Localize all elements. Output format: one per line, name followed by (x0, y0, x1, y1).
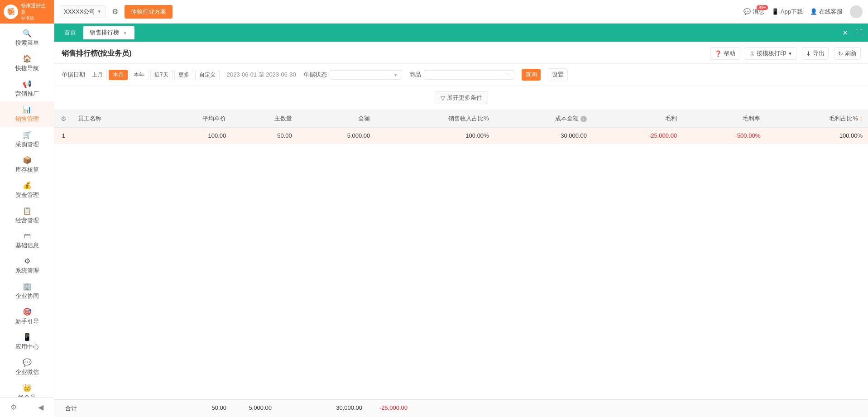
sidebar-collapse-button[interactable]: ◀ (34, 401, 47, 413)
online-service-button[interactable]: 👤 在线客服 (810, 8, 843, 16)
status-filter-item: 单据状态 ▼ (303, 70, 402, 80)
table-settings-icon[interactable]: ⚙ (61, 115, 67, 122)
footer-label: 合计 (60, 404, 141, 412)
sidebar-item-label: 库存核算 (15, 166, 39, 174)
finance-icon: 💰 (23, 181, 32, 190)
expand-conditions-row: ▽ 展开更多条件 (54, 86, 868, 110)
date-range-display: 2023-06-01 至 2023-06-30 (227, 71, 296, 79)
enterprise-icon: 🏢 (23, 282, 32, 291)
refresh-label: 刷新 (845, 49, 857, 58)
export-button[interactable]: ⬇ 导出 (802, 47, 829, 60)
company-selector[interactable]: XXXXX公司 ▼ (60, 5, 106, 18)
main-area: XXXXX公司 ▼ ⚙ 体验行业方案 💬 消息 99+ 📱 App下载 👤 在线… (54, 0, 868, 417)
sidebar-item-app-center[interactable]: 📱 应用中心 (0, 329, 54, 355)
goods-select[interactable]: ··· (424, 70, 514, 80)
settings-icon[interactable]: ⚙ (109, 5, 121, 18)
avatar[interactable] (850, 5, 863, 18)
sidebar-item-operations[interactable]: 📋 经营管理 (0, 203, 54, 228)
sidebar-item-purchase[interactable]: 🛒 采购管理 (0, 127, 54, 152)
template-print-button[interactable]: 🖨 按模板打印 ▼ (745, 47, 796, 60)
sidebar-menu: 🔍 搜索菜单 🏠 快捷导航 📢 营销推广 📊 销售管理 🛒 采购管理 📦 库存核… (0, 24, 54, 397)
gross-pct-sort-icon[interactable]: ↕ (860, 115, 863, 122)
status-select-arrow-icon: ▼ (393, 72, 398, 77)
last7-btn[interactable]: 近7天 (150, 70, 173, 80)
sidebar-item-search[interactable]: 🔍 搜索菜单 (0, 25, 54, 51)
sidebar-item-label: 搜索菜单 (15, 39, 39, 47)
row-sales-pct: 100.00% (375, 128, 494, 144)
chevron-down-icon: ▼ (97, 9, 101, 14)
sales-icon: 📊 (23, 105, 32, 114)
sidebar-item-sales[interactable]: 📊 销售管理 (0, 101, 54, 127)
page-actions: ❓ 帮助 🖨 按模板打印 ▼ ⬇ 导出 ↻ 刷新 (710, 47, 861, 60)
row-name (72, 128, 152, 144)
sidebar-item-basic[interactable]: 🗃 基础信息 (0, 228, 54, 253)
sidebar-item-label: 快捷导航 (15, 64, 39, 72)
sidebar-bottom: ⚙ ◀ (0, 397, 54, 417)
query-button[interactable]: 查询 (522, 69, 541, 81)
page: 销售排行榜(按业务员) ❓ 帮助 🖨 按模板打印 ▼ ⬇ 导出 (54, 42, 868, 417)
last-month-btn[interactable]: 上月 (88, 70, 107, 80)
logo-icon: 畅 (4, 5, 18, 19)
sidebar-item-label: 基础信息 (15, 241, 39, 249)
date-filter-item: 单据日期 上月 本月 本年 近7天 更多 自定义 (62, 70, 220, 80)
sidebar-item-enterprise[interactable]: 🏢 企业协同 (0, 278, 54, 304)
help-button[interactable]: ❓ 帮助 (710, 47, 739, 60)
app-download-button[interactable]: 📱 App下载 (772, 8, 803, 16)
member-icon: 👑 (23, 383, 32, 392)
guide-icon: 🎯 (23, 307, 32, 316)
row-cost-total: 30,000.00 (494, 128, 592, 144)
tab-close-window-icon[interactable]: ✕ (840, 27, 850, 39)
this-year-btn[interactable]: 本年 (129, 70, 149, 80)
th-gross-pct: 毛利占比% ↕ (766, 110, 868, 128)
th-cost-total: 成本全额 i (494, 110, 592, 128)
footer-sales-pct (277, 404, 322, 412)
tab-close-icon[interactable]: × (122, 29, 128, 36)
status-select[interactable]: ▼ (330, 70, 402, 80)
sidebar-item-finance[interactable]: 💰 资金管理 (0, 177, 54, 203)
more-date-btn[interactable]: 更多 (174, 70, 193, 80)
expand-arrow-icon: ▽ (441, 95, 445, 101)
this-month-btn[interactable]: 本月 (109, 70, 128, 80)
sidebar-item-member[interactable]: 👑 畅会员 (0, 380, 54, 397)
online-service-label: 在线客服 (819, 8, 843, 16)
goods-filter-item: 商品 ··· (409, 70, 514, 80)
th-settings: ⚙ (54, 110, 72, 128)
th-total: 全额 (297, 110, 375, 128)
sidebar-logo: 畅 畅康通好生意 标准版 (0, 0, 54, 24)
sidebar-item-wechat[interactable]: 💬 企业微信 (0, 355, 54, 380)
page-title: 销售排行榜(按业务员) (62, 49, 132, 58)
topbar-right: 💬 消息 99+ 📱 App下载 👤 在线客服 (743, 5, 863, 18)
footer-gross-pct (458, 404, 504, 412)
settings-button[interactable]: 设置 (548, 68, 568, 81)
sidebar-item-label: 新手引导 (15, 317, 39, 326)
sidebar-item-system[interactable]: ⚙ 系统管理 (0, 253, 54, 278)
sales-rank-tab-label: 销售排行榜 (90, 29, 119, 37)
row-gross-pct: 100.00% (766, 128, 868, 144)
refresh-button[interactable]: ↻ 刷新 (834, 47, 861, 60)
tab-maximize-icon[interactable]: ⛶ (854, 27, 864, 38)
th-gross-rate: 毛利率 (682, 110, 766, 128)
sidebar-item-marketing[interactable]: 📢 营销推广 (0, 76, 54, 101)
message-badge: 99+ (757, 5, 768, 10)
message-button[interactable]: 💬 消息 99+ (743, 8, 764, 16)
expand-conditions-button[interactable]: ▽ 展开更多条件 (435, 91, 488, 104)
sidebar: 畅 畅康通好生意 标准版 🔍 搜索菜单 🏠 快捷导航 📢 营销推广 📊 销售管理… (0, 0, 54, 417)
trial-button[interactable]: 体验行业方案 (125, 5, 173, 19)
footer-cost-total: 30,000.00 (322, 404, 368, 412)
tab-home[interactable]: 首页 (58, 26, 82, 39)
print-icon: 🖨 (749, 50, 755, 57)
tab-sales-rank[interactable]: 销售排行榜 × (83, 26, 134, 39)
basic-icon: 🗃 (24, 232, 31, 240)
content-area: 销售排行榜(按业务员) ❓ 帮助 🖨 按模板打印 ▼ ⬇ 导出 (54, 42, 868, 417)
table-row: 1 100.00 50.00 5,000.00 100.00% 30,000.0… (54, 128, 868, 144)
sidebar-item-label: 企业协同 (15, 292, 39, 300)
row-main-qty: 50.00 (231, 128, 297, 144)
help-label: 帮助 (724, 49, 735, 58)
sidebar-settings-button[interactable]: ⚙ (7, 401, 20, 413)
sidebar-item-inventory[interactable]: 📦 库存核算 (0, 152, 54, 177)
custom-date-btn[interactable]: 自定义 (195, 70, 220, 80)
sidebar-item-guide[interactable]: 🎯 新手引导 (0, 304, 54, 329)
cost-info-icon[interactable]: i (580, 116, 587, 122)
date-filter-group: 上月 本月 本年 近7天 更多 自定义 (88, 70, 220, 80)
sidebar-item-quick-nav[interactable]: 🏠 快捷导航 (0, 51, 54, 76)
